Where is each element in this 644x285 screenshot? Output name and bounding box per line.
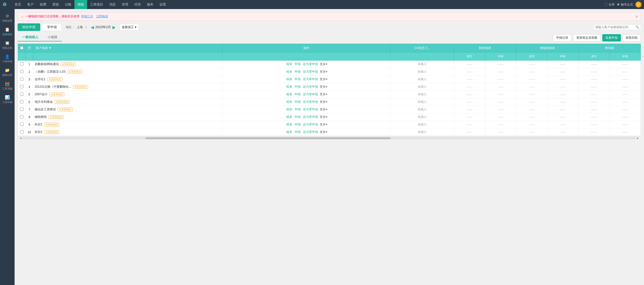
btn-update-tax[interactable]: 更新税定及取数 [573, 34, 601, 41]
row-checkbox-5[interactable] [20, 100, 23, 103]
sidebar-item-batch-tax[interactable]: 📋 批量报税 [0, 25, 15, 38]
op-税表-9[interactable]: 税表 [286, 130, 292, 134]
tab-general-taxpayer[interactable]: 一般纳税人 [18, 33, 43, 41]
op-more-7[interactable]: 更多▾ [320, 115, 327, 119]
op-设为零申报-6[interactable]: 设为零申报 [303, 108, 318, 111]
scrollbar-thumb[interactable] [145, 137, 391, 139]
btn-collect-receipt[interactable]: 收取回执 [622, 34, 641, 41]
scroll-left-arrow[interactable]: ◀ [19, 137, 23, 139]
op-申报-7[interactable]: 申报 [295, 115, 301, 119]
row-checkbox-0[interactable] [20, 62, 23, 66]
op-税表-2[interactable]: 税表 [286, 77, 292, 81]
op-申报-2[interactable]: 申报 [295, 77, 301, 81]
op-设为零申报-4[interactable]: 设为零申报 [303, 92, 318, 96]
op-申报-3[interactable]: 申报 [295, 85, 301, 88]
nav-settings[interactable]: 设置 [156, 0, 169, 9]
sort-icon[interactable]: ▼ [49, 46, 52, 50]
annual-icon: 📊 [5, 94, 10, 100]
op-设为零申报-9[interactable]: 设为零申报 [303, 130, 318, 134]
op-申报-6[interactable]: 申报 [295, 108, 301, 111]
op-more-3[interactable]: 更多▾ [320, 85, 327, 88]
row-checkbox-3[interactable] [20, 85, 23, 88]
row-checkbox-2[interactable] [20, 77, 23, 81]
fullscreen-btn[interactable]: ⛶ 全屏 [605, 3, 614, 7]
op-申报-0[interactable]: 申报 [295, 62, 301, 66]
op-设为零申报-5[interactable]: 设为零申报 [303, 100, 318, 104]
op-税表-7[interactable]: 税表 [286, 115, 292, 119]
nav-fee[interactable]: 收费 [37, 0, 49, 9]
nav-service[interactable]: 服务 [144, 0, 156, 9]
staff-select[interactable]: 全部员工 ▾ [119, 24, 139, 31]
op-申报-1[interactable]: 申报 [295, 70, 301, 73]
op-more-0[interactable]: 更多▾ [320, 62, 327, 66]
row-cell-5: —— [610, 83, 641, 91]
select-all-checkbox[interactable] [20, 46, 23, 50]
op-设为零申报-7[interactable]: 设为零申报 [303, 115, 318, 119]
op-设为零申报-3[interactable]: 设为零申报 [303, 85, 318, 88]
op-税表-1[interactable]: 税表 [286, 70, 292, 73]
op-税表-0[interactable]: 税表 [286, 62, 292, 66]
banner-link-buy[interactable]: 立即购买 [96, 14, 108, 19]
op-more-5[interactable]: 更多▾ [320, 100, 327, 104]
tab-tax-declare[interactable]: 税款申报 [18, 23, 40, 31]
nav-admin[interactable]: 管理 [119, 0, 131, 9]
row-checkbox-9[interactable] [20, 130, 23, 133]
op-申报-5[interactable]: 申报 [295, 100, 301, 104]
banner-link-summary[interactable]: 申报汇总 [81, 14, 93, 19]
tab-small-scale[interactable]: 小规模 [43, 33, 62, 41]
nav-tax[interactable]: 报税 [74, 0, 87, 9]
search-input[interactable] [595, 25, 635, 29]
search-icon[interactable]: 🔍 [635, 25, 639, 29]
op-more-6[interactable]: 更多▾ [320, 108, 327, 111]
row-checkbox-1[interactable] [20, 70, 23, 73]
row-cell-1: —— [485, 128, 516, 136]
nav-biz[interactable]: 工商项目 [87, 0, 106, 9]
op-税表-4[interactable]: 税表 [286, 92, 292, 96]
op-设为零申报-8[interactable]: 设为零申报 [303, 123, 318, 126]
op-more-9[interactable]: 更多▾ [320, 130, 327, 134]
sidebar-item-annual[interactable]: 📊 工商年报 [0, 92, 15, 106]
sidebar-item-tax-settings[interactable]: ⚙ 报税设置 [0, 11, 15, 25]
tab-zero-declare[interactable]: 零申报 [42, 23, 62, 31]
prev-month-button[interactable]: ◀ [91, 25, 94, 30]
btn-batch-declare[interactable]: 批量申报 [602, 34, 621, 41]
row-checkbox-4[interactable] [20, 92, 23, 96]
sidebar-item-overview[interactable]: 🔲 报税总览 [0, 38, 15, 52]
row-checkbox-8[interactable] [20, 123, 23, 126]
next-month-button[interactable]: ▶ [112, 25, 115, 30]
row-cell-4: —— [578, 76, 610, 83]
row-checkbox-7[interactable] [20, 115, 23, 118]
upgrade-btn[interactable]: ▶ 畅享会员 [617, 3, 633, 7]
row-checkbox-6[interactable] [20, 108, 23, 111]
nav-biz2[interactable]: 经营 [131, 0, 144, 9]
op-more-8[interactable]: 更多▾ [320, 123, 327, 126]
op-more-4[interactable]: 更多▾ [320, 92, 327, 96]
op-申报-9[interactable]: 申报 [295, 130, 301, 134]
nav-client[interactable]: 客户 [24, 0, 37, 9]
scroll-right-arrow[interactable]: ▶ [636, 137, 640, 139]
nav-ledger[interactable]: 记账 [62, 0, 74, 9]
nav-invoice[interactable]: 票据 [49, 0, 62, 9]
nav-msg[interactable]: 消息 [106, 0, 119, 9]
btn-declare-records[interactable]: 申报记录 [553, 34, 572, 41]
nav-home[interactable]: 首页 [12, 0, 24, 9]
info-icon[interactable]: ℹ [86, 25, 87, 29]
horizontal-scrollbar[interactable]: ◀ ▶ [18, 136, 641, 140]
row-ops: 税表 申报 设为零申报 更多▾ [222, 68, 390, 76]
op-设为零申报-0[interactable]: 设为零申报 [303, 62, 318, 66]
op-设为零申报-2[interactable]: 设为零申报 [303, 77, 318, 81]
op-申报-4[interactable]: 申报 [295, 92, 301, 96]
sidebar-item-calc[interactable]: 🧮 汇算清缴 [0, 79, 15, 92]
op-税表-8[interactable]: 税表 [286, 123, 292, 126]
op-税表-6[interactable]: 税表 [286, 108, 292, 111]
avatar[interactable]: U [635, 2, 641, 8]
op-more-1[interactable]: 更多▾ [320, 70, 327, 73]
op-税表-3[interactable]: 税表 [286, 85, 292, 88]
sidebar-item-personal[interactable]: 👤 个税申报 [0, 52, 15, 65]
banner-close-button[interactable]: ✕ [635, 15, 638, 19]
op-设为零申报-1[interactable]: 设为零申报 [303, 70, 318, 73]
op-申报-8[interactable]: 申报 [295, 123, 301, 126]
sidebar-item-records[interactable]: 📁 报税记录 [0, 65, 15, 79]
op-税表-5[interactable]: 税表 [286, 100, 292, 104]
op-more-2[interactable]: 更多▾ [320, 77, 327, 81]
